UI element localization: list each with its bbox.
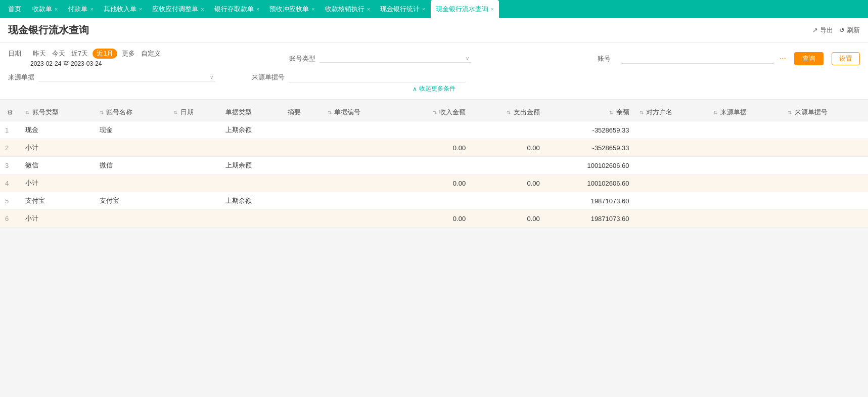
account-input[interactable] (622, 54, 773, 64)
cell-expense (471, 157, 545, 174)
nav-tab-现金银行统计[interactable]: 现金银行统计 × (375, 0, 430, 18)
source-doc-select[interactable]: ∨ (38, 73, 215, 81)
account-type-group: 账号类型 ∨ (289, 54, 471, 63)
account-type-select[interactable]: ∨ (319, 55, 471, 63)
cell-source-doc-no (783, 157, 868, 174)
export-button[interactable]: ↗ 导出 (812, 26, 833, 35)
nav-tab-收款单[interactable]: 收款单 × (27, 0, 63, 18)
sort-icon: ⇅ (788, 110, 792, 115)
cell-balance: -3528659.33 (545, 139, 634, 157)
search-button[interactable]: 查询 (794, 52, 824, 65)
page-title: 现金银行流水查询 (8, 23, 89, 37)
nav-tab-预收冲应收单[interactable]: 预收冲应收单 × (264, 0, 319, 18)
refresh-button[interactable]: ↺ 刷新 (839, 26, 860, 35)
col-balance[interactable]: ⇅ 余额 (545, 104, 634, 121)
nav-home[interactable]: 首页 (2, 5, 27, 14)
col-doc-no[interactable]: ⇅ 单据编号 (323, 104, 397, 121)
close-icon[interactable]: × (367, 6, 370, 12)
shortcut-7days[interactable]: 近7天 (70, 49, 89, 59)
cell-source-doc (708, 210, 783, 228)
data-table: ⚙ ⇅ 账号类型 ⇅ 账号名称 ⇅ 日期 单据类型 摘要 (0, 104, 868, 228)
close-icon[interactable]: × (311, 6, 314, 12)
close-icon[interactable]: × (422, 6, 425, 12)
collapse-label: 收起更多条件 (419, 84, 455, 93)
cell-source-doc (708, 174, 783, 192)
cell-doc-no (323, 192, 397, 210)
col-counterpart[interactable]: ⇅ 对方户名 (634, 104, 709, 121)
cell-income (396, 192, 471, 210)
refresh-icon: ↺ (839, 26, 845, 34)
shortcut-more[interactable]: 更多 (120, 49, 136, 59)
col-summary: 摘要 (283, 104, 323, 121)
cell-expense: 0.00 (471, 210, 545, 228)
chevron-down-icon: ∨ (466, 56, 469, 61)
col-gear[interactable]: ⚙ (0, 104, 20, 121)
cell-source-doc-no (783, 139, 868, 157)
cell-summary (283, 174, 323, 192)
export-icon: ↗ (812, 26, 818, 34)
col-expense[interactable]: ⇅ 支出金额 (471, 104, 545, 121)
cell-doc-type (220, 174, 283, 192)
cell-summary (283, 192, 323, 210)
source-doc-no-input[interactable] (289, 72, 466, 82)
cell-expense: 0.00 (471, 174, 545, 192)
cell-summary (283, 121, 323, 139)
shortcut-1month[interactable]: 近1月 (93, 49, 117, 59)
cell-source-doc (708, 139, 783, 157)
top-nav: 首页 收款单 × 付款单 × 其他收入单 × 应收应付调整单 × 银行存取款单 … (0, 0, 868, 18)
shortcut-today[interactable]: 今天 (51, 49, 67, 59)
table-row: 2 小计 0.00 0.00 -3528659.33 (0, 139, 868, 157)
table-container: ⚙ ⇅ 账号类型 ⇅ 账号名称 ⇅ 日期 单据类型 摘要 (0, 104, 868, 228)
shortcut-yesterday[interactable]: 昨天 (31, 49, 48, 59)
nav-tab-收款核销执行[interactable]: 收款核销执行 × (320, 0, 375, 18)
cell-date (168, 139, 220, 157)
ellipsis-button[interactable]: ··· (780, 54, 786, 63)
cell-summary (283, 139, 323, 157)
filter-bar: 日期 昨天 今天 近7天 近1月 更多 自定义 2023-02-24 至 202… (0, 42, 868, 100)
close-icon[interactable]: × (55, 6, 58, 12)
sort-icon: ⇅ (639, 110, 644, 115)
collapse-bar[interactable]: ∧ 收起更多条件 (8, 84, 860, 93)
col-source-doc[interactable]: ⇅ 来源单据 (708, 104, 783, 121)
source-doc-label: 来源单据 (8, 73, 34, 82)
cell-doc-type (220, 210, 283, 228)
col-income[interactable]: ⇅ 收入金额 (396, 104, 471, 121)
cell-account-type: 支付宝 (20, 192, 95, 210)
setting-button[interactable]: 设置 (832, 52, 860, 65)
table-row: 5 支付宝 支付宝 上期余额 19871073.60 (0, 192, 868, 210)
nav-tab-银行存取款单[interactable]: 银行存取款单 × (209, 0, 264, 18)
cell-account-name (95, 139, 169, 157)
cell-income (396, 157, 471, 174)
nav-tab-现金银行流水查询[interactable]: 现金银行流水查询 × (431, 0, 499, 18)
shortcut-custom[interactable]: 自定义 (140, 49, 162, 59)
close-icon[interactable]: × (201, 6, 204, 12)
date-shortcuts: 昨天 今天 近7天 近1月 更多 自定义 (31, 49, 162, 59)
close-icon[interactable]: × (139, 6, 142, 12)
col-date[interactable]: ⇅ 日期 (168, 104, 220, 121)
cell-balance: 100102606.60 (545, 157, 634, 174)
cell-doc-no (323, 174, 397, 192)
cell-source-doc (708, 121, 783, 139)
nav-tab-付款单[interactable]: 付款单 × (63, 0, 98, 18)
cell-doc-no (323, 139, 397, 157)
cell-account-name: 微信 (95, 157, 169, 174)
col-source-doc-no[interactable]: ⇅ 来源单据号 (783, 104, 868, 121)
nav-tab-应收应付调整单[interactable]: 应收应付调整单 × (147, 0, 209, 18)
nav-tab-其他收入单[interactable]: 其他收入单 × (99, 0, 147, 18)
close-icon[interactable]: × (256, 6, 259, 12)
col-account-type[interactable]: ⇅ 账号类型 (20, 104, 95, 121)
source-doc-no-label: 来源单据号 (252, 73, 285, 82)
close-icon[interactable]: × (90, 6, 93, 12)
col-doc-type: 单据类型 (220, 104, 283, 121)
cell-counterpart (634, 157, 709, 174)
close-icon[interactable]: × (491, 6, 494, 12)
page-header: 现金银行流水查询 ↗ 导出 ↺ 刷新 (0, 18, 868, 42)
col-account-name[interactable]: ⇅ 账号名称 (95, 104, 169, 121)
table-header-row: ⚙ ⇅ 账号类型 ⇅ 账号名称 ⇅ 日期 单据类型 摘要 (0, 104, 868, 121)
cell-balance: 19871073.60 (545, 210, 634, 228)
cell-income: 0.00 (396, 210, 471, 228)
cell-income: 0.00 (396, 174, 471, 192)
row-index: 6 (0, 210, 20, 228)
cell-date (168, 121, 220, 139)
cell-doc-type: 上期余额 (220, 121, 283, 139)
